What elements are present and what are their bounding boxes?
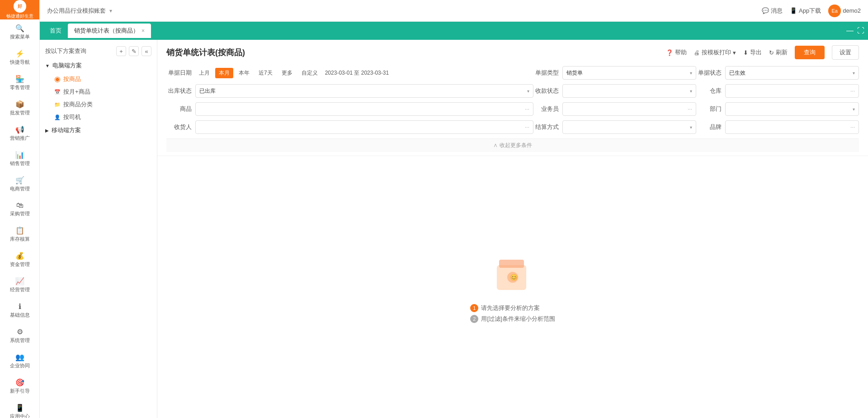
sidebar-nav-item-0[interactable]: 🔍搜索菜单 <box>8 19 32 45</box>
date-curr-year-btn[interactable]: 本年 <box>235 68 253 78</box>
sidebar-nav-item-15[interactable]: 📱应用中心 <box>8 399 32 418</box>
sidebar-nav-item-4[interactable]: 📢营销推广 <box>8 121 32 146</box>
panel-header-actions: + ✎ « <box>116 46 151 56</box>
sidebar-nav-item-12[interactable]: ⚙系统管理 <box>8 323 32 348</box>
help-icon: ❓ <box>666 49 673 56</box>
sidebar-nav-item-10[interactable]: 📈经营管理 <box>8 272 32 298</box>
export-action[interactable]: ⬇ 导出 <box>743 48 762 57</box>
date-more-btn[interactable]: 更多 <box>278 68 296 78</box>
tree-parent-desktop[interactable]: ▼ 电脑端方案 <box>40 59 157 72</box>
filter-row-4: 收货人 ··· 结算方式 ▾ 品牌 <box>166 120 859 134</box>
warehouse-dots[interactable]: ··· <box>850 88 855 94</box>
brand-input[interactable]: ··· <box>725 120 859 134</box>
panel-collapse-btn[interactable]: « <box>142 46 151 56</box>
tree-item-by-goods[interactable]: ◉ 按商品 <box>40 72 157 86</box>
tree-child-item-2[interactable]: 👤按司机 <box>40 111 157 124</box>
nav-icon-3: 📦 <box>15 100 24 109</box>
sidebar-nav-item-5[interactable]: 📊销售管理 <box>8 146 32 171</box>
sidebar-nav-item-2[interactable]: 🏪零售管理 <box>8 70 32 95</box>
nav-label-4: 营销推广 <box>10 135 30 142</box>
nav-label-14: 新手引导 <box>10 388 30 394</box>
nav-label-5: 销售管理 <box>10 160 30 167</box>
goods-input[interactable]: ··· <box>195 102 533 116</box>
nav-label-15: 应用中心 <box>10 413 30 418</box>
sidebar-nav-item-14[interactable]: 🎯新手引导 <box>8 374 32 399</box>
filter-group-collect-status: 收款状态 ▾ <box>533 84 696 98</box>
print-action[interactable]: 🖨 按模板打印 ▾ <box>694 48 736 57</box>
header-dropdown-icon[interactable]: ▾ <box>109 8 112 14</box>
date-custom-btn[interactable]: 自定义 <box>298 68 321 78</box>
nav-label-12: 系统管理 <box>10 337 30 344</box>
left-panel: 按以下方案查询 + ✎ « ▼ 电脑端方案 ◉ 按商品 📅按月+商品📁按商品分类… <box>40 40 157 418</box>
payment-label: 结算方式 <box>533 123 559 131</box>
date-curr-month-btn[interactable]: 本月 <box>215 68 233 78</box>
app-download-action[interactable]: 📱 App下载 <box>790 7 821 15</box>
sidebar: 好 畅捷通好生意 🔍搜索菜单⚡快捷导航🏪零售管理📦批发管理📢营销推广📊销售管理🛒… <box>0 0 40 418</box>
doc-status-select[interactable]: 已生效 ▾ <box>725 66 859 80</box>
empty-tip-1: 1 请先选择要分析的方案 <box>470 304 555 312</box>
nav-label-8: 库存核算 <box>10 236 30 242</box>
print-dropdown-icon[interactable]: ▾ <box>733 49 736 56</box>
out-status-select[interactable]: 已出库 ▾ <box>195 84 533 98</box>
nav-icon-4: 📢 <box>15 125 24 134</box>
tab-home[interactable]: 首页 <box>43 24 68 38</box>
nav-icon-7: 🛍 <box>16 201 24 209</box>
tree-child-item-1[interactable]: 📁按商品分类 <box>40 98 157 111</box>
help-action[interactable]: ❓ 帮助 <box>666 48 687 57</box>
message-action[interactable]: 💬 消息 <box>762 7 783 15</box>
tab-active[interactable]: 销货单统计表（按商品） × <box>68 24 151 38</box>
sidebar-nav-item-8[interactable]: 📋库存核算 <box>8 222 32 247</box>
collect-status-select[interactable]: ▾ <box>562 84 696 98</box>
date-filter: 上月 本月 本年 近7天 更多 自定义 2023-03-01 至 2023-03… <box>195 68 389 78</box>
date-prev-month-btn[interactable]: 上月 <box>195 68 213 78</box>
print-label: 按模板打印 <box>702 48 731 57</box>
panel-add-btn[interactable]: + <box>116 46 126 56</box>
receiver-input[interactable]: ··· <box>195 120 533 134</box>
collapse-bar[interactable]: ∧ 收起更多条件 <box>166 138 859 152</box>
tree-parent-mobile[interactable]: ▶ 移动端方案 <box>40 124 157 137</box>
export-icon: ⬇ <box>743 49 748 56</box>
payment-select[interactable]: ▾ <box>562 120 696 134</box>
nav-icon-6: 🛒 <box>15 176 24 185</box>
sidebar-nav-item-7[interactable]: 🛍采购管理 <box>8 197 32 222</box>
sidebar-nav-item-13[interactable]: 👥企业协同 <box>8 348 32 374</box>
filter-row-3: 商品 ··· 业务员 ··· 部门 <box>166 102 859 116</box>
date-7days-btn[interactable]: 近7天 <box>255 68 276 78</box>
tab-close-icon[interactable]: × <box>142 28 145 34</box>
filter-group-goods: 商品 ··· <box>166 102 533 116</box>
sidebar-nav-item-3[interactable]: 📦批发管理 <box>8 95 32 121</box>
settings-button[interactable]: 设置 <box>832 45 859 60</box>
user-name: demo2 <box>843 7 861 14</box>
tab-expand-icon[interactable]: ⛶ <box>857 27 864 35</box>
tree-child-label-1: 按商品分类 <box>63 100 93 109</box>
sidebar-nav-item-11[interactable]: ℹ基础信息 <box>8 298 32 323</box>
empty-svg: 😊 <box>490 252 535 297</box>
refresh-action[interactable]: ↻ 刷新 <box>769 48 788 57</box>
panel-edit-btn[interactable]: ✎ <box>129 46 139 56</box>
nav-icon-8: 📋 <box>15 226 24 235</box>
logo-icon: 好 <box>14 0 26 13</box>
tree-child-label-0: 按月+商品 <box>63 88 90 96</box>
tab-minimize-icon[interactable]: — <box>846 27 854 35</box>
header-left: 办公用品行业模拟账套 ▾ <box>47 7 112 15</box>
doc-type-select[interactable]: 销货单 ▾ <box>562 66 696 80</box>
receiver-dots[interactable]: ··· <box>525 124 529 130</box>
user-area[interactable]: Ea demo2 <box>828 5 861 17</box>
payment-arrow-icon: ▾ <box>690 125 692 130</box>
active-item-icon: ◉ <box>54 75 61 83</box>
salesperson-dots[interactable]: ··· <box>688 106 692 112</box>
brand-dots[interactable]: ··· <box>850 124 855 130</box>
goods-dots[interactable]: ··· <box>525 106 529 112</box>
tree-child-item-0[interactable]: 📅按月+商品 <box>40 86 157 98</box>
dept-arrow-icon: ▾ <box>853 107 855 112</box>
active-item-label: 按商品 <box>63 75 81 83</box>
sidebar-nav-item-9[interactable]: 💰资金管理 <box>8 247 32 272</box>
sidebar-nav-item-6[interactable]: 🛒电商管理 <box>8 171 32 197</box>
dept-select[interactable]: ▾ <box>725 102 859 116</box>
sidebar-nav-item-1[interactable]: ⚡快捷导航 <box>8 45 32 70</box>
tree-child-icon-0: 📅 <box>54 89 61 95</box>
warehouse-input[interactable]: ··· <box>725 84 859 98</box>
query-button[interactable]: 查询 <box>795 46 825 59</box>
salesperson-input[interactable]: ··· <box>562 102 696 116</box>
nav-label-9: 资金管理 <box>10 261 30 268</box>
